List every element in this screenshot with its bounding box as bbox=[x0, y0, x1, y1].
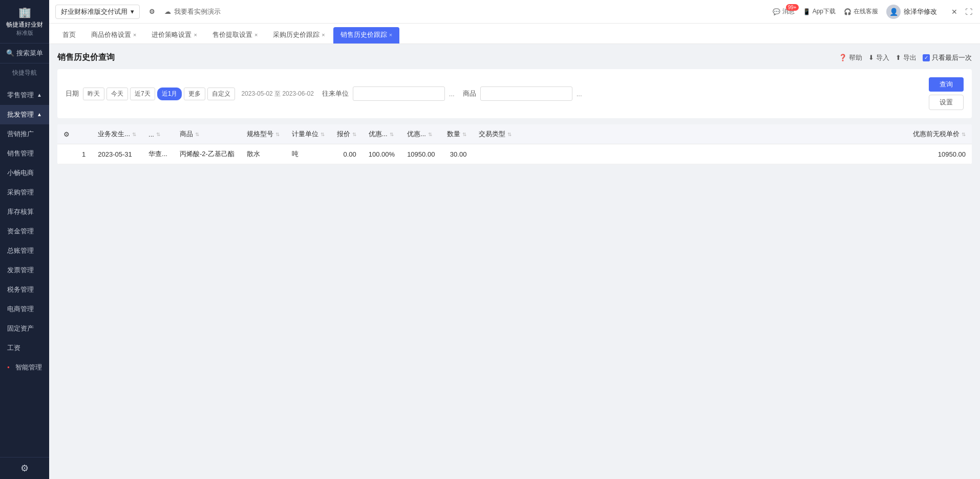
user-menu[interactable]: 👤 徐泽华修改 bbox=[886, 5, 937, 19]
export-link[interactable]: ⬆ 导出 bbox=[896, 53, 917, 62]
cloud-icon: ☁ bbox=[164, 8, 171, 15]
sidebar-item-purchase[interactable]: 采购管理 bbox=[0, 183, 49, 202]
gear-icon: ⚙ bbox=[149, 8, 155, 15]
tab-purchase-strategy[interactable]: 进价策略设置 × bbox=[144, 27, 204, 43]
th-unit[interactable]: 计量单位 ⇅ bbox=[286, 124, 331, 144]
message-btn[interactable]: 💬 消息 99+ bbox=[773, 7, 795, 16]
tab-sales-history-label: 销售历史价跟踪 bbox=[340, 30, 387, 39]
sidebar-item-smart[interactable]: 智能管理 bbox=[0, 358, 49, 377]
date-btn-1month[interactable]: 近1月 bbox=[157, 88, 182, 100]
sidebar-nav: 零售管理 ▲ 批发管理 ▲ 营销推广 销售管理 小畅电商 采购管理 库存核算 资… bbox=[0, 82, 49, 380]
tab-sales-history-close[interactable]: × bbox=[389, 32, 392, 38]
th-trade-type[interactable]: 交易类型 ⇅ bbox=[473, 124, 518, 144]
sidebar-item-finance[interactable]: 资金管理 bbox=[0, 222, 49, 241]
tab-sales-history[interactable]: 销售历史价跟踪 × bbox=[333, 27, 399, 43]
import-link[interactable]: ⬇ 导入 bbox=[868, 53, 889, 62]
app-download-btn[interactable]: 📱 App下载 bbox=[803, 7, 836, 16]
th-gear[interactable]: ⚙ bbox=[57, 124, 76, 144]
sidebar-item-quick-nav[interactable]: 快捷导航 bbox=[0, 63, 49, 82]
tab-product-price-close[interactable]: × bbox=[133, 32, 136, 38]
message-badge: 99+ bbox=[786, 4, 799, 11]
th-qty[interactable]: 数量 ⇅ bbox=[441, 124, 473, 144]
sidebar-item-retail[interactable]: 零售管理 ▲ bbox=[0, 85, 49, 105]
query-button[interactable]: 查询 bbox=[929, 77, 964, 92]
tab-home[interactable]: 首页 bbox=[55, 27, 83, 43]
online-service-btn[interactable]: 🎧 在线客服 bbox=[844, 7, 878, 16]
app-edition: 标准版 bbox=[16, 29, 33, 37]
sort-icon-product: ⇅ bbox=[195, 132, 199, 137]
chevron-down-icon: ▾ bbox=[131, 8, 134, 15]
tab-purchase-strategy-close[interactable]: × bbox=[194, 32, 197, 38]
sidebar-item-assets[interactable]: 固定资产 bbox=[0, 319, 49, 338]
sidebar-item-ecommerce[interactable]: 电商管理 bbox=[0, 299, 49, 319]
from-unit-more[interactable]: ... bbox=[449, 90, 455, 98]
date-btn-custom[interactable]: 自定义 bbox=[207, 88, 235, 100]
from-unit-input[interactable] bbox=[353, 86, 445, 101]
demo-label: 我要看实例演示 bbox=[174, 7, 221, 16]
tab-product-price[interactable]: 商品价格设置 × bbox=[84, 27, 143, 43]
product-filter-group: 商品 ... bbox=[463, 86, 582, 101]
tab-purchase-history[interactable]: 采购历史价跟踪 × bbox=[266, 27, 332, 43]
sidebar-search[interactable]: 🔍 搜索菜单 bbox=[0, 43, 49, 63]
only-last-checkbox[interactable]: 只看最后一次 bbox=[923, 53, 972, 62]
date-btn-today[interactable]: 今天 bbox=[106, 88, 128, 100]
page-header: 销售历史价查询 ❓ 帮助 ⬇ 导入 ⬆ 导出 只看最后一次 bbox=[57, 52, 972, 63]
date-btn-more[interactable]: 更多 bbox=[184, 88, 205, 100]
filter-actions: 查询 设置 bbox=[929, 77, 964, 110]
retail-label: 零售管理 bbox=[7, 91, 34, 100]
sidebar-footer: ⚙ bbox=[0, 457, 49, 479]
sort-icon-qty: ⇅ bbox=[462, 132, 466, 137]
sort-icon-pre-tax: ⇅ bbox=[962, 132, 966, 137]
th-spec[interactable]: 规格型号 ⇅ bbox=[241, 124, 286, 144]
content-area: 销售历史价查询 ❓ 帮助 ⬇ 导入 ⬆ 导出 只看最后一次 bbox=[49, 44, 980, 479]
inventory-label: 库存核算 bbox=[7, 207, 34, 216]
th-num bbox=[76, 124, 92, 144]
th-biz-date[interactable]: 业务发生... ⇅ bbox=[92, 124, 142, 144]
product-more[interactable]: ... bbox=[577, 90, 582, 98]
sidebar-item-sales[interactable]: 销售管理 bbox=[0, 144, 49, 163]
help-link[interactable]: ❓ 帮助 bbox=[839, 53, 862, 62]
demo-link[interactable]: ☁ 我要看实例演示 bbox=[164, 7, 221, 16]
sidebar-item-ledger[interactable]: 总账管理 bbox=[0, 241, 49, 260]
sidebar-item-inventory[interactable]: 库存核算 bbox=[0, 202, 49, 222]
user-name: 徐泽华修改 bbox=[904, 7, 937, 16]
th-discount1[interactable]: 优惠... ⇅ bbox=[363, 124, 401, 144]
sidebar-item-tax[interactable]: 税务管理 bbox=[0, 280, 49, 299]
close-window-btn[interactable]: ✕ bbox=[949, 7, 960, 17]
maximize-window-btn[interactable]: ⛶ bbox=[964, 7, 974, 17]
th-pre-tax-price[interactable]: 优惠前无税单价 ⇅ bbox=[907, 124, 972, 144]
settings-button[interactable]: 设置 bbox=[929, 95, 964, 110]
only-last-label: 只看最后一次 bbox=[932, 53, 972, 62]
cell-num: 1 bbox=[76, 144, 92, 164]
sort-icon-spec: ⇅ bbox=[275, 132, 280, 137]
sidebar-item-salary[interactable]: 工资 bbox=[0, 338, 49, 358]
date-btn-yesterday[interactable]: 昨天 bbox=[83, 88, 104, 100]
module-settings-btn[interactable]: ⚙ bbox=[146, 6, 158, 17]
from-unit-filter-group: 往来单位 ... bbox=[322, 86, 455, 101]
module-select[interactable]: 好业财标准版交付试用 ▾ bbox=[55, 5, 140, 19]
sidebar-item-marketing[interactable]: 营销推广 bbox=[0, 124, 49, 144]
tab-sale-price-close[interactable]: × bbox=[254, 32, 258, 38]
sidebar: 🏢 畅捷通好业财 标准版 🔍 搜索菜单 快捷导航 零售管理 ▲ 批发管理 ▲ 营… bbox=[0, 0, 49, 479]
app-download-label: App下载 bbox=[813, 7, 836, 16]
th-price[interactable]: 报价 ⇅ bbox=[331, 124, 363, 144]
sidebar-item-wholesale[interactable]: 批发管理 ▲ bbox=[0, 105, 49, 124]
tab-sale-price[interactable]: 售价提取设置 × bbox=[205, 27, 265, 43]
sidebar-item-invoice[interactable]: 发票管理 bbox=[0, 260, 49, 280]
th-product[interactable]: 商品 ⇅ bbox=[174, 124, 241, 144]
product-input[interactable] bbox=[480, 86, 572, 101]
from-unit-label: 往来单位 bbox=[322, 89, 349, 98]
tax-label: 税务管理 bbox=[7, 285, 34, 294]
th-extra[interactable]: ... ⇅ bbox=[142, 124, 174, 144]
settings-icon[interactable]: ⚙ bbox=[20, 463, 29, 474]
cell-spacer bbox=[518, 144, 907, 164]
table-body: 1 2023-05-31 华查... 丙烯酸-2-乙基己酯 散水 吨 0.00 … bbox=[57, 144, 972, 164]
cell-price: 0.00 bbox=[331, 144, 363, 164]
table-row[interactable]: 1 2023-05-31 华查... 丙烯酸-2-乙基己酯 散水 吨 0.00 … bbox=[57, 144, 972, 164]
sidebar-item-ecommerce-small[interactable]: 小畅电商 bbox=[0, 163, 49, 183]
th-discount2[interactable]: 优惠... ⇅ bbox=[401, 124, 441, 144]
tab-purchase-history-close[interactable]: × bbox=[322, 32, 325, 38]
import-icon: ⬇ bbox=[868, 54, 874, 61]
date-btn-7days[interactable]: 近7天 bbox=[130, 88, 155, 100]
cell-trade-type bbox=[473, 144, 518, 164]
